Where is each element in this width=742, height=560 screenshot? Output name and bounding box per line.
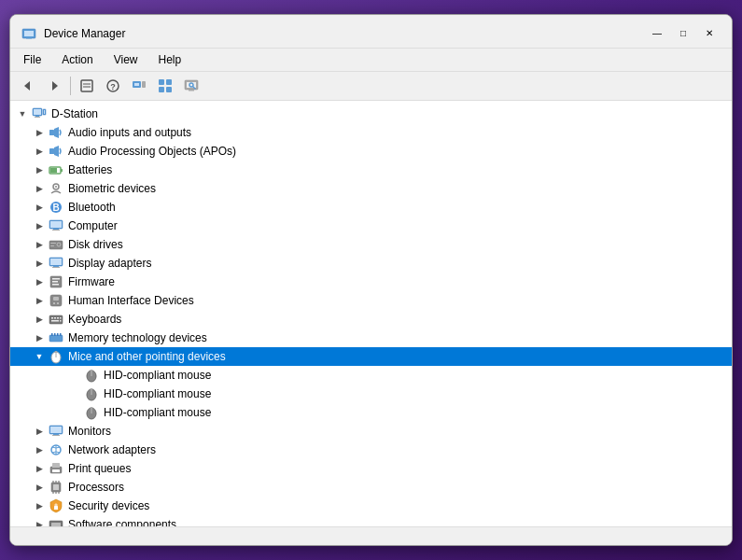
menu-view[interactable]: View <box>105 50 147 69</box>
svg-rect-68 <box>54 333 56 336</box>
svg-rect-69 <box>57 333 59 336</box>
tree-item-hid-mouse-3[interactable]: HID-compliant mouse <box>10 403 732 422</box>
tree-view[interactable]: D-Station Audio inputs and outputs <box>10 101 732 526</box>
toggle-hid[interactable] <box>31 292 48 309</box>
svg-rect-40 <box>50 221 62 228</box>
back-button[interactable] <box>16 75 40 97</box>
toggle-root[interactable] <box>14 105 31 122</box>
tree-item-disk[interactable]: Disk drives <box>10 235 732 254</box>
minimize-button[interactable]: — <box>646 25 668 42</box>
svg-rect-41 <box>53 229 59 230</box>
tree-item-mice[interactable]: Mice and other pointing devices <box>10 347 732 366</box>
tree-item-audio[interactable]: Audio inputs and outputs <box>10 123 732 142</box>
mice-label: Mice and other pointing devices <box>68 350 226 363</box>
toggle-display[interactable] <box>31 255 48 272</box>
hid-mouse-label-2: HID-compliant mouse <box>104 387 211 400</box>
tree-item-processors[interactable]: Processors <box>10 478 732 497</box>
tree-item-monitors[interactable]: Monitors <box>10 422 732 441</box>
forward-button[interactable] <box>42 75 66 97</box>
maximize-button[interactable]: □ <box>672 25 694 42</box>
show-devices-button[interactable] <box>153 75 177 97</box>
tree-item-batteries[interactable]: Batteries <box>10 161 732 179</box>
svg-marker-3 <box>24 81 30 91</box>
toggle-bluetooth[interactable] <box>31 199 48 216</box>
tree-item-biometric[interactable]: Biometric devices <box>10 179 732 198</box>
biometric-icon <box>48 180 64 197</box>
svg-rect-1 <box>24 31 34 36</box>
svg-rect-30 <box>49 148 54 154</box>
toggle-biometric[interactable] <box>31 180 48 197</box>
display-label: Display adapters <box>68 257 151 270</box>
print-icon <box>48 460 64 477</box>
svg-rect-86 <box>52 435 60 436</box>
svg-rect-49 <box>53 266 59 267</box>
tree-item-bluetooth[interactable]: B Bluetooth <box>10 198 732 217</box>
menu-bar: File Action View Help <box>10 49 732 72</box>
tree-item-firmware[interactable]: Firmware <box>10 273 732 291</box>
svg-marker-29 <box>54 127 59 138</box>
toggle-memory[interactable] <box>31 329 48 346</box>
scan-button[interactable] <box>179 75 203 97</box>
tree-item-apos[interactable]: Audio Processing Objects (APOs) <box>10 142 732 161</box>
hid-mouse-icon-3 <box>83 404 100 421</box>
svg-point-79 <box>91 388 93 390</box>
svg-rect-54 <box>52 284 59 286</box>
toggle-print[interactable] <box>31 460 48 477</box>
svg-rect-2 <box>26 37 32 39</box>
tree-item-hid[interactable]: Human Interface Devices <box>10 291 732 310</box>
toggle-network[interactable] <box>31 441 48 458</box>
svg-rect-84 <box>50 427 62 433</box>
toggle-firmware[interactable] <box>31 273 48 290</box>
help-button[interactable]: ? <box>101 75 125 97</box>
tree-item-security[interactable]: Security devices <box>10 497 732 515</box>
toggle-batteries[interactable] <box>31 161 48 178</box>
properties-button[interactable] <box>75 75 99 97</box>
svg-rect-53 <box>52 281 58 283</box>
svg-rect-60 <box>51 317 53 319</box>
menu-help[interactable]: Help <box>149 50 191 69</box>
close-button[interactable]: ✕ <box>698 25 721 42</box>
tree-item-software-components[interactable]: Software components <box>10 515 732 526</box>
toggle-disk[interactable] <box>31 236 48 253</box>
tree-item-display[interactable]: Display adapters <box>10 254 732 273</box>
mice-icon <box>48 348 64 365</box>
toggle-security[interactable] <box>31 497 48 514</box>
toggle-monitors[interactable] <box>31 423 48 440</box>
toggle-audio[interactable] <box>31 124 48 141</box>
toggle-apos[interactable] <box>31 143 48 160</box>
toggle-software-components[interactable] <box>31 516 48 526</box>
status-bar <box>10 526 732 545</box>
tree-item-keyboards[interactable]: Keyboards <box>10 310 732 329</box>
audio-icon <box>48 124 64 141</box>
bluetooth-icon: B <box>48 199 64 216</box>
tree-item-computer[interactable]: Computer <box>10 217 732 235</box>
tree-item-network[interactable]: Network adapters <box>10 441 732 459</box>
software-components-label: Software components <box>68 518 176 526</box>
software-components-icon <box>48 516 64 526</box>
network-icon <box>48 441 64 458</box>
computer-icon <box>31 105 48 122</box>
tree-item-hid-mouse-1[interactable]: HID-compliant mouse <box>10 366 732 385</box>
tree-item-root[interactable]: D-Station <box>10 105 732 123</box>
svg-rect-90 <box>52 463 60 468</box>
menu-file[interactable]: File <box>14 50 50 69</box>
svg-rect-50 <box>52 267 60 268</box>
update-driver-button[interactable] <box>127 75 151 97</box>
network-label: Network adapters <box>68 443 156 456</box>
toggle-mice[interactable] <box>31 348 48 365</box>
tree-item-memory[interactable]: Memory technology devices <box>10 329 732 347</box>
svg-point-82 <box>91 407 93 409</box>
tree-item-print[interactable]: Print queues <box>10 459 732 478</box>
hid-label: Human Interface Devices <box>68 294 194 307</box>
computer-label: Computer <box>68 219 118 232</box>
menu-action[interactable]: Action <box>52 50 102 69</box>
content-area: D-Station Audio inputs and outputs <box>10 101 732 526</box>
tree-item-hid-mouse-2[interactable]: HID-compliant mouse <box>10 385 732 403</box>
svg-marker-31 <box>54 146 59 157</box>
window-icon <box>21 26 36 41</box>
toggle-processors[interactable] <box>31 479 48 496</box>
toggle-keyboards[interactable] <box>31 311 48 328</box>
svg-rect-19 <box>189 90 194 91</box>
toggle-computer[interactable] <box>31 217 48 234</box>
toolbar: ? <box>10 72 732 101</box>
